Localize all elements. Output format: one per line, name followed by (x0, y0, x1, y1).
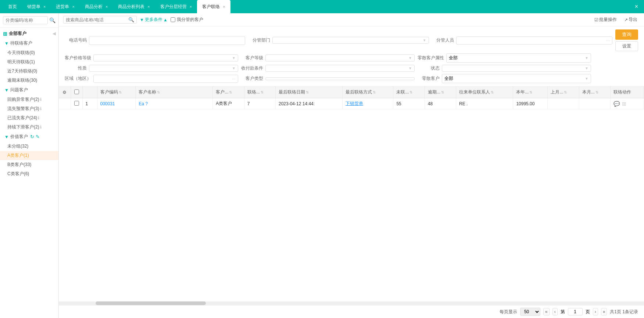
batch-operation-button[interactable]: ☑ 批量操作 (592, 15, 619, 24)
sidebar: 🔍 ⊞ 全部客户 ◀ ▼ 待联络客户 今天待联络(0) 明天待联络(1) 近7天… (0, 13, 59, 318)
sidebar-search-icon[interactable]: 🔍 (49, 17, 56, 23)
table-row: 1 000031 Ea ? A类客户 7 2023-04-12 14:44: 下… (59, 98, 644, 109)
table-level-header[interactable]: 客户... ⇅ (213, 86, 244, 98)
prev-page-button[interactable]: ‹ (552, 308, 558, 315)
table-code-header[interactable]: 客户编码 ⇅ (97, 86, 136, 98)
table-thismonth-header[interactable]: 本月... ⇅ (579, 86, 610, 98)
nav-product-analysis-close[interactable]: × (105, 4, 108, 9)
my-customers-checkbox[interactable] (171, 17, 175, 22)
export-button[interactable]: ↗ 导出 (622, 15, 640, 24)
sidebar-item-churned[interactable]: 已流失客户(24) ℹ (0, 113, 58, 123)
dept-select[interactable]: ▼ (272, 37, 429, 44)
nav-purchase-close[interactable]: × (72, 4, 74, 9)
sidebar-item-repurchase-abnormal[interactable]: 回购异常客户(2) ℹ (0, 95, 58, 104)
table-thisyear-header[interactable]: 本年... ⇅ (513, 86, 548, 98)
sidebar-item-churn-warning[interactable]: 流失预警客户(3) ℹ (0, 104, 58, 113)
sidebar-section-pending[interactable]: ▼ 待联络客户 (0, 38, 58, 48)
row-grid-icon[interactable]: ⊞ (622, 101, 626, 107)
nav-home[interactable]: 首页 (3, 0, 22, 13)
table-gear-header[interactable]: ⚙ (59, 86, 71, 98)
page-size-select[interactable]: 20 50 100 (520, 308, 540, 316)
sidebar-item-class-b[interactable]: B类客户(33) (0, 160, 58, 169)
first-page-button[interactable]: « (543, 308, 550, 315)
nav-sales-close[interactable]: × (43, 4, 46, 9)
filter-more-button[interactable]: ▼ 更多条件 ▲ (140, 17, 168, 23)
sidebar-item-tomorrow[interactable]: 明天待联络(1) (0, 57, 58, 67)
sidebar-search-input[interactable] (3, 16, 48, 24)
last-page-button[interactable]: » (601, 308, 607, 315)
churned-info-icon: ℹ (38, 116, 39, 120)
table-unitcontact-header[interactable]: 往来单位联系人 ⇅ (456, 86, 513, 98)
system-close-button[interactable]: × (632, 3, 641, 10)
retail-attr-select[interactable]: 全部 ▼ (446, 53, 591, 63)
row-checkbox-cell[interactable] (71, 98, 82, 109)
sidebar-body: ⊞ 全部客户 ◀ ▼ 待联络客户 今天待联络(0) 明天待联络(1) 近7天待联… (0, 28, 58, 318)
gear-icon[interactable]: ⚙ (62, 90, 67, 95)
nav-product-analysis[interactable]: 商品分析 × (80, 0, 113, 13)
row-comment-icon[interactable]: 💬 (613, 101, 620, 107)
setting-button[interactable]: 设置 (615, 41, 638, 51)
phone-input[interactable] (89, 36, 245, 45)
sidebar-all-customers[interactable]: ⊞ 全部客户 ◀ (0, 29, 58, 38)
row-code[interactable]: 000031 (97, 98, 136, 109)
retail-attr-label: 零散客户属性 (418, 55, 444, 61)
price-level-select[interactable]: ▼ (93, 54, 238, 61)
row-last-date: 2023-04-12 14:44: (276, 98, 343, 109)
customer-level-select[interactable]: ▼ (265, 54, 415, 61)
nav-product-list[interactable]: 商品分析列表 × (113, 0, 155, 13)
region-input[interactable]: ··· (93, 75, 238, 83)
row-checkbox[interactable] (74, 101, 79, 106)
sidebar-item-overdue[interactable]: 逾期未联络(30) (0, 76, 58, 85)
nav-customer-contact-close[interactable]: × (223, 4, 225, 9)
sidebar-section-value[interactable]: ▼ 价值客户 ↻ ✎ (0, 132, 58, 142)
next-page-button[interactable]: › (593, 308, 598, 315)
hscroll-thumb[interactable] (96, 301, 206, 305)
row-last-way[interactable]: 下销货单 (342, 98, 393, 109)
filter-search-icon[interactable]: 🔍 (128, 17, 134, 22)
value-section-refresh[interactable]: ↻ (30, 134, 34, 139)
my-customers-checkbox-label[interactable]: 我分管的客户 (171, 17, 203, 23)
nav-customer-tier-close[interactable]: × (190, 4, 192, 9)
table-name-header[interactable]: 客户名称 ⇅ (136, 86, 213, 98)
sidebar-item-7days[interactable]: 近7天待联络(0) (0, 67, 58, 76)
table-contact-header[interactable]: 联络... ⇅ (244, 86, 275, 98)
table-lastmonth-header[interactable]: 上月... ⇅ (548, 86, 579, 98)
sidebar-item-class-c[interactable]: C类客户(6) (0, 169, 58, 179)
nav-purchase[interactable]: 进货单 × (51, 0, 79, 13)
table-select-all-checkbox[interactable] (74, 89, 79, 94)
col-lastway-sort-icon: ⇅ (373, 90, 376, 94)
nature-select[interactable]: ▼ (89, 65, 238, 72)
retail-customer-select[interactable]: 全部 ▼ (442, 74, 591, 83)
churn-warning-info-icon: ℹ (40, 106, 42, 111)
nav-customer-tier[interactable]: 客户分层经营 × (155, 0, 197, 13)
filter-payment-field: 收付款条件 ▼ (241, 65, 415, 72)
nav-product-list-close[interactable]: × (147, 4, 150, 9)
value-section-edit[interactable]: ✎ (36, 134, 40, 139)
manager-input[interactable]: ··· (456, 36, 612, 45)
payment-select[interactable]: ▼ (265, 65, 415, 72)
col-lastmonth-sort-icon: ⇅ (564, 90, 567, 94)
sidebar-item-ungroup[interactable]: 未分组(32) (0, 142, 58, 151)
sidebar-item-declining[interactable]: 持续下滑客户(2) ℹ (0, 123, 58, 132)
sidebar-item-today[interactable]: 今天待联络(0) (0, 48, 58, 57)
table-overdue-header[interactable]: 逾期... ⇅ (425, 86, 456, 98)
sidebar-collapse-arrow[interactable]: ◀ (53, 31, 56, 36)
row-name[interactable]: Ea ? (136, 98, 213, 109)
sidebar-section-problem[interactable]: ▼ 问题客户 (0, 85, 58, 95)
customer-type-input[interactable] (265, 77, 415, 80)
table-nocontact-header[interactable]: 未联... ⇅ (393, 86, 425, 98)
table-checkbox-header[interactable] (71, 86, 82, 98)
nav-customer-contact[interactable]: 客户联络 × (197, 0, 230, 13)
row-this-month (579, 98, 610, 109)
repurchase-info-icon: ℹ (40, 97, 42, 102)
filter-search-input[interactable] (66, 17, 128, 22)
query-button[interactable]: 查询 (615, 29, 638, 40)
table-lastway-header[interactable]: 最后联络方式 ⇅ (342, 86, 393, 98)
sidebar-item-class-a[interactable]: A类客户(1) (0, 151, 58, 160)
col-thismonth-label: 本月... (582, 89, 595, 95)
nav-sales[interactable]: 销货单 × (22, 0, 51, 13)
status-select[interactable]: ▼ (442, 65, 591, 72)
page-number-input[interactable] (568, 308, 583, 315)
table-lastdate-header[interactable]: 最后联络日期 ⇅ (276, 86, 343, 98)
table-hscroll[interactable] (59, 301, 644, 305)
